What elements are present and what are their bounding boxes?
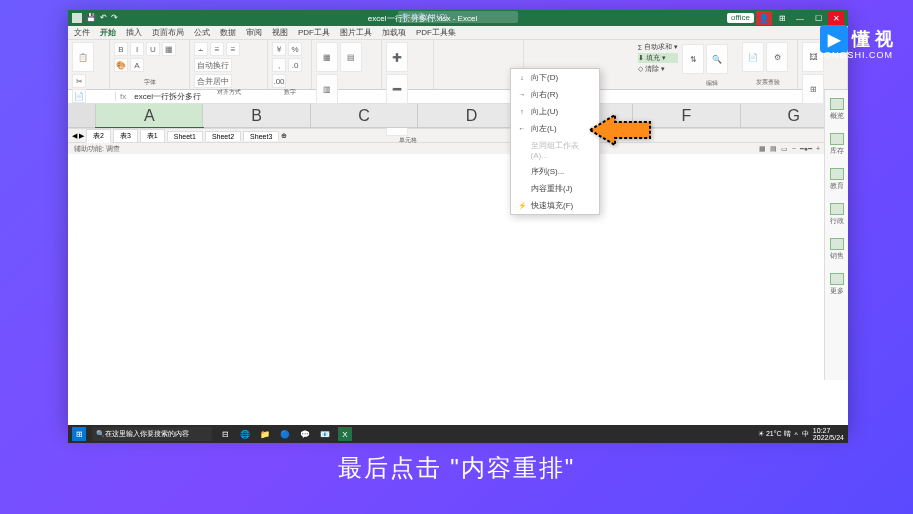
- wechat-icon[interactable]: 💬: [298, 427, 312, 441]
- search-box[interactable]: 🔍 搜索(Alt+Q): [398, 11, 518, 23]
- clear-button[interactable]: ◇ 清除 ▾: [638, 64, 678, 74]
- menu-pdfset[interactable]: PDF工具集: [416, 27, 456, 38]
- tray-up-icon[interactable]: ^: [795, 431, 798, 438]
- sheet-nav-next-icon[interactable]: ▶: [79, 132, 84, 140]
- paste-button[interactable]: 📋: [72, 42, 94, 72]
- explorer-icon[interactable]: 📁: [258, 427, 272, 441]
- merge-button[interactable]: 合并居中: [194, 74, 232, 88]
- autosum-button[interactable]: Σ 自动求和 ▾: [638, 42, 678, 52]
- sheet-tab[interactable]: 表3: [113, 129, 138, 142]
- side-sales[interactable]: 销售: [830, 238, 844, 261]
- decimal-dec-icon[interactable]: .00: [272, 74, 286, 88]
- user-icon[interactable]: 👤: [756, 11, 772, 25]
- side-inventory[interactable]: 库存: [830, 133, 844, 156]
- menu-pdf[interactable]: PDF工具: [298, 27, 330, 38]
- find-button[interactable]: 🔍: [706, 44, 728, 74]
- select-all-corner[interactable]: [68, 104, 96, 128]
- weather-widget[interactable]: ☀ 21°C 晴: [758, 429, 791, 439]
- cellstyle-button[interactable]: ▥: [316, 74, 338, 104]
- underline-icon[interactable]: U: [146, 42, 160, 56]
- currency-icon[interactable]: ￥: [272, 42, 286, 56]
- fill-series[interactable]: 序列(S)...: [511, 163, 599, 180]
- menu-formula[interactable]: 公式: [194, 27, 210, 38]
- zoom-in-icon[interactable]: +: [816, 145, 820, 152]
- sheet-nav-prev-icon[interactable]: ◀: [72, 132, 77, 140]
- sheet-tab[interactable]: Sheet1: [167, 131, 203, 141]
- task-view-icon[interactable]: ⊟: [218, 427, 232, 441]
- close-icon[interactable]: ✕: [828, 11, 844, 25]
- new-sheet-icon[interactable]: ⊕: [281, 132, 287, 140]
- search-taskbar[interactable]: 🔍 在这里输入你要搜索的内容: [92, 427, 212, 441]
- menu-view[interactable]: 视图: [272, 27, 288, 38]
- wrap-button[interactable]: 自动换行: [194, 58, 232, 72]
- col-header-a[interactable]: A: [96, 104, 203, 127]
- view-break-icon[interactable]: ▭: [781, 145, 788, 153]
- percent-icon[interactable]: %: [288, 42, 302, 56]
- sheet-tab[interactable]: 表2: [86, 129, 111, 143]
- col-header-c[interactable]: C: [311, 104, 418, 127]
- fill-down[interactable]: ↓向下(D): [511, 69, 599, 86]
- view-normal-icon[interactable]: ▦: [759, 145, 766, 153]
- decimal-inc-icon[interactable]: .0: [288, 58, 302, 72]
- edge-icon[interactable]: 🌐: [238, 427, 252, 441]
- sheet-tab[interactable]: Sheet2: [205, 131, 241, 141]
- side-admin[interactable]: 行政: [830, 203, 844, 226]
- fontcolor-icon[interactable]: A: [130, 58, 144, 72]
- fx-icon[interactable]: fx: [116, 92, 130, 101]
- cut-icon[interactable]: ✂: [72, 74, 86, 88]
- tableformat-button[interactable]: ▤: [340, 42, 362, 72]
- clock-date[interactable]: 2022/5/24: [813, 434, 844, 441]
- topdf-button[interactable]: 📄: [742, 42, 764, 72]
- comma-icon[interactable]: ,: [272, 58, 286, 72]
- fillcolor-icon[interactable]: 🎨: [114, 58, 128, 72]
- sort-button[interactable]: ⇅: [682, 44, 704, 74]
- pdfset-button[interactable]: ⚙: [766, 42, 788, 72]
- sheet-tab[interactable]: 表1: [140, 129, 165, 142]
- delete-button[interactable]: ➖: [386, 74, 408, 104]
- redo-icon[interactable]: ↷: [111, 13, 118, 23]
- save-icon[interactable]: 💾: [86, 13, 96, 23]
- insert-button[interactable]: ➕: [386, 42, 408, 72]
- copy-icon[interactable]: 📄: [72, 89, 86, 103]
- flash-fill[interactable]: ⚡快速填充(F): [511, 197, 599, 214]
- picmore-button[interactable]: ⊞: [802, 74, 824, 104]
- col-header-b[interactable]: B: [203, 104, 310, 127]
- menu-addin[interactable]: 加载项: [382, 27, 406, 38]
- maximize-icon[interactable]: ☐: [810, 11, 826, 25]
- menu-layout[interactable]: 页面布局: [152, 27, 184, 38]
- excel-taskbar-icon[interactable]: X: [338, 427, 352, 441]
- side-edu[interactable]: 教育: [830, 168, 844, 191]
- bold-icon[interactable]: B: [114, 42, 128, 56]
- minimize-icon[interactable]: —: [792, 11, 808, 25]
- clock-time[interactable]: 10:27: [813, 427, 844, 434]
- side-overview[interactable]: 概览: [830, 98, 844, 121]
- zoom-slider[interactable]: ━●━: [800, 145, 812, 153]
- zoom-out-icon[interactable]: −: [792, 145, 796, 152]
- menu-data[interactable]: 数据: [220, 27, 236, 38]
- align-left-icon[interactable]: ≡: [226, 42, 240, 56]
- menu-review[interactable]: 审阅: [246, 27, 262, 38]
- menu-file[interactable]: 文件: [74, 27, 90, 38]
- ribbon-options-icon[interactable]: ⊞: [774, 11, 790, 25]
- menu-home[interactable]: 开始: [100, 27, 116, 38]
- side-panel: 概览 库存 教育 行政 销售 更多: [824, 90, 848, 380]
- sheet-tab[interactable]: Sheet3: [243, 131, 279, 141]
- align-top-icon[interactable]: ⫠: [194, 42, 208, 56]
- view-layout-icon[interactable]: ▤: [770, 145, 777, 153]
- align-mid-icon[interactable]: ≡: [210, 42, 224, 56]
- menu-insert[interactable]: 插入: [126, 27, 142, 38]
- fill-right[interactable]: →向右(R): [511, 86, 599, 103]
- border-icon[interactable]: ▦: [162, 42, 176, 56]
- undo-icon[interactable]: ↶: [100, 13, 107, 23]
- condformat-button[interactable]: ▦: [316, 42, 338, 72]
- ime-icon[interactable]: 中: [802, 429, 809, 439]
- italic-icon[interactable]: I: [130, 42, 144, 56]
- chrome-icon[interactable]: 🔵: [278, 427, 292, 441]
- fill-justify[interactable]: 内容重排(J): [511, 180, 599, 197]
- pdf-label: 发票查验: [742, 78, 793, 87]
- app-icon[interactable]: 📧: [318, 427, 332, 441]
- start-button[interactable]: ⊞: [72, 427, 86, 441]
- menu-pic[interactable]: 图片工具: [340, 27, 372, 38]
- fill-button[interactable]: ⬇ 填充 ▾: [638, 53, 678, 63]
- side-more[interactable]: 更多: [830, 273, 844, 296]
